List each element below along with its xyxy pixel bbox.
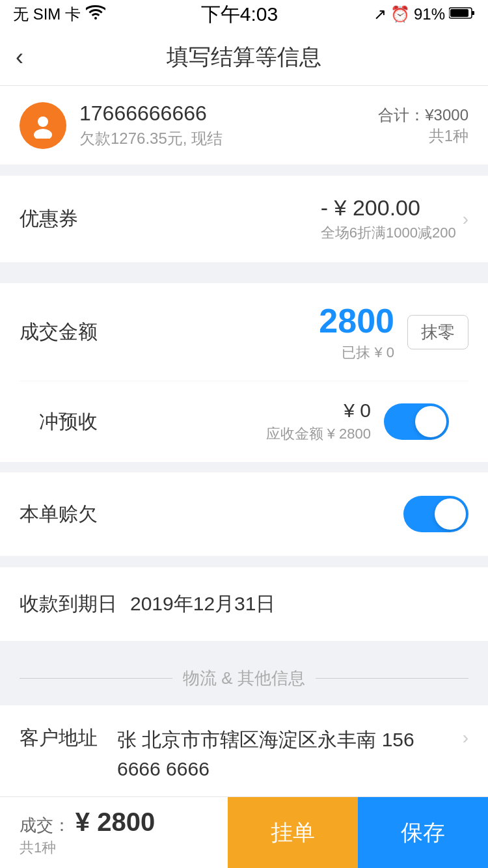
total-label: 合计：¥3000 — [378, 105, 468, 126]
save-button[interactable]: 保存 — [358, 797, 488, 869]
divider-line-left — [20, 678, 172, 679]
toggle-knob — [415, 406, 446, 437]
section-divider-1 — [0, 273, 488, 283]
coupon-row[interactable]: 优惠券 - ¥ 200.00 全场6折满1000减200 › — [0, 176, 488, 262]
alarm-icon: ⏰ — [390, 5, 410, 23]
amount-section: 成交金额 2800 已抹 ¥ 0 抹零 冲预收 ¥ 0 应收金额 ¥ 2800 — [0, 283, 488, 462]
battery-icon — [449, 5, 475, 23]
address-chevron-icon: › — [463, 727, 468, 748]
address-label: 客户地址 — [20, 725, 98, 752]
bendan-row: 本单赊欠 — [0, 472, 488, 556]
hang-button-label: 挂单 — [271, 818, 315, 848]
customer-card: 17666666666 欠款1276.35元, 现结 合计：¥3000 共1种 — [0, 86, 488, 165]
svg-point-4 — [34, 129, 52, 139]
back-button[interactable]: ‹ — [16, 44, 23, 71]
coupon-label: 优惠券 — [20, 206, 78, 232]
bottom-bar: 成交： ¥ 2800 共1种 挂单 保存 — [0, 796, 488, 868]
svg-point-3 — [38, 116, 48, 127]
status-left: 无 SIM 卡 — [13, 4, 105, 25]
hang-button[interactable]: 挂单 — [228, 797, 358, 869]
chongyushou-sub: 应收金额 ¥ 2800 — [266, 424, 371, 444]
status-right: ↗ ⏰ 91% — [373, 5, 475, 23]
divider-line-right — [316, 678, 468, 679]
transaction-amount-value: 2800 — [319, 301, 394, 340]
chongyushou-amount: ¥ 0 — [266, 400, 371, 422]
address-value: 张 北京市市辖区海淀区永丰南 156 6666 6666 — [117, 725, 452, 783]
location-icon: ↗ — [373, 5, 386, 23]
customer-row: 17666666666 欠款1276.35元, 现结 合计：¥3000 共1种 — [0, 86, 488, 165]
avatar — [20, 102, 66, 149]
chongyushou-label: 冲预收 — [39, 409, 98, 435]
bendan-toggle[interactable] — [403, 496, 468, 532]
customer-phone: 17666666666 — [79, 102, 223, 126]
round-zero-button[interactable]: 抹零 — [407, 315, 468, 349]
section-divider-2 — [0, 462, 488, 472]
logistics-divider: 物流 & 其他信息 — [0, 651, 488, 705]
svg-rect-2 — [450, 9, 468, 17]
wifi-icon — [86, 5, 105, 23]
address-row[interactable]: 客户地址 张 北京市市辖区海淀区永丰南 156 6666 6666 › — [0, 705, 488, 803]
nav-bar: ‹ 填写结算等信息 — [0, 29, 488, 86]
duedate-value: 2019年12月31日 — [130, 591, 275, 617]
logistics-label: 物流 & 其他信息 — [183, 667, 305, 690]
chongyushou-row: 冲预收 ¥ 0 应收金额 ¥ 2800 — [20, 381, 468, 462]
main-content: 17666666666 欠款1276.35元, 现结 合计：¥3000 共1种 … — [0, 86, 488, 868]
bendan-label: 本单赊欠 — [20, 501, 98, 528]
battery-percent: 91% — [414, 5, 445, 23]
save-button-label: 保存 — [401, 818, 445, 848]
customer-debt: 欠款1276.35元, 现结 — [79, 128, 223, 149]
duedate-label: 收款到期日 — [20, 591, 117, 617]
transaction-amount-row: 成交金额 2800 已抹 ¥ 0 抹零 — [20, 283, 468, 381]
coupon-description: 全场6折满1000减200 — [321, 223, 456, 243]
transaction-amount-sub: 已抹 ¥ 0 — [319, 343, 394, 362]
coupon-chevron-icon: › — [463, 209, 468, 230]
svg-rect-1 — [472, 11, 474, 15]
duedate-row: 收款到期日 2019年12月31日 — [0, 567, 488, 641]
bottom-deal-amount: ¥ 2800 — [75, 807, 155, 836]
transaction-amount-label: 成交金额 — [20, 319, 98, 346]
sim-status: 无 SIM 卡 — [13, 4, 81, 25]
chongyushou-toggle[interactable] — [384, 403, 449, 440]
bendan-toggle-knob — [435, 498, 466, 530]
total-count: 共1种 — [378, 126, 468, 146]
status-time: 下午4:03 — [201, 1, 278, 28]
bottom-deal-count: 共1种 — [20, 838, 208, 858]
status-bar: 无 SIM 卡 下午4:03 ↗ ⏰ 91% — [0, 0, 488, 29]
bottom-deal-label: 成交： — [20, 815, 70, 835]
page-title: 填写结算等信息 — [167, 42, 321, 72]
coupon-discount: - ¥ 200.00 — [321, 195, 456, 221]
bottom-summary: 成交： ¥ 2800 共1种 — [0, 807, 228, 858]
